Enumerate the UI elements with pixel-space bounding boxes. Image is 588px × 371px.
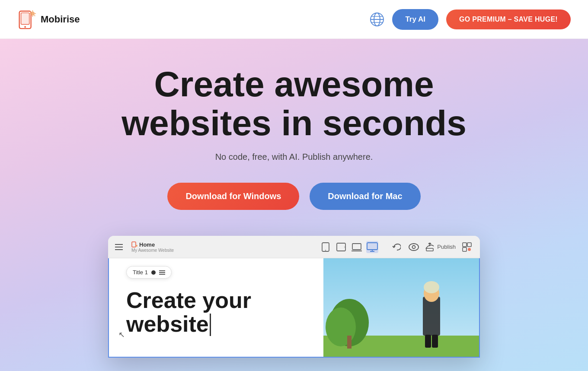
premium-button[interactable]: GO PREMIUM – SAVE HUGE! xyxy=(446,10,571,29)
svg-point-18 xyxy=(325,250,326,251)
try-ai-button[interactable]: Try AI xyxy=(392,9,438,30)
navbar-left: Mobirise xyxy=(17,9,80,30)
svg-point-26 xyxy=(409,244,419,251)
svg-rect-29 xyxy=(426,248,433,251)
device-desktop[interactable] xyxy=(366,241,378,253)
svg-point-27 xyxy=(412,245,415,248)
svg-point-2 xyxy=(24,26,26,28)
svg-rect-23 xyxy=(367,243,377,250)
svg-point-48 xyxy=(424,281,439,293)
publish-icon xyxy=(425,243,435,251)
publish-label: Publish xyxy=(437,244,456,250)
app-heading: Create your website xyxy=(126,289,306,336)
navbar-right: Try AI GO PREMIUM – SAVE HUGE! xyxy=(370,9,571,30)
hero-buttons: Download for Windows Download for Mac xyxy=(167,183,420,210)
tablet-icon xyxy=(336,243,346,251)
app-preview: Home My Awesome Website xyxy=(108,236,480,358)
svg-rect-46 xyxy=(423,297,440,336)
more-options-button[interactable] xyxy=(461,241,473,253)
svg-rect-45 xyxy=(347,336,352,349)
svg-rect-19 xyxy=(337,243,345,251)
download-windows-button[interactable]: Download for Windows xyxy=(167,183,299,210)
phone-icon xyxy=(322,242,329,252)
svg-point-33 xyxy=(468,248,471,251)
app-content: Title 1 ↖ Create your website xyxy=(108,258,480,358)
badge-dot xyxy=(151,270,156,275)
desktop-icon xyxy=(367,242,378,252)
app-content-right xyxy=(323,258,479,357)
hero-image xyxy=(323,258,479,357)
cursor-pointer: ↖ xyxy=(118,330,125,339)
device-phone[interactable] xyxy=(320,241,332,253)
svg-rect-15 xyxy=(132,242,136,247)
svg-point-20 xyxy=(345,247,345,247)
device-tablet[interactable] xyxy=(335,241,347,253)
svg-rect-21 xyxy=(352,244,361,250)
svg-rect-31 xyxy=(467,243,471,247)
background-illustration xyxy=(323,258,479,357)
options-icon xyxy=(462,242,472,252)
svg-rect-1 xyxy=(21,13,29,24)
title-badge[interactable]: Title 1 xyxy=(126,266,172,279)
toolbar-actions: Publish xyxy=(390,241,473,253)
app-toolbar: Home My Awesome Website xyxy=(108,236,480,258)
svg-rect-32 xyxy=(463,247,467,251)
text-cursor xyxy=(210,314,211,336)
hero-section: Create awesome websites in seconds No co… xyxy=(0,39,588,371)
svg-rect-30 xyxy=(463,243,467,247)
page-subtitle: My Awesome Website xyxy=(131,248,174,253)
page-title: Home xyxy=(131,241,174,248)
eye-icon xyxy=(409,243,419,251)
lines-icon xyxy=(159,270,165,275)
download-mac-button[interactable]: Download for Mac xyxy=(310,183,420,210)
publish-button[interactable]: Publish xyxy=(425,243,456,251)
logo-icon xyxy=(17,9,36,30)
preview-button[interactable] xyxy=(408,241,420,253)
laptop-icon xyxy=(352,243,362,251)
app-content-left: Title 1 ↖ Create your website xyxy=(109,258,323,357)
undo-icon xyxy=(392,243,401,251)
device-laptop[interactable] xyxy=(351,241,363,253)
globe-icon xyxy=(370,12,384,27)
svg-point-16 xyxy=(136,245,137,247)
navbar: Mobirise Try AI GO PREMIUM – SAVE HUGE! xyxy=(0,0,588,39)
title-badge-label: Title 1 xyxy=(133,269,148,276)
page-icon xyxy=(131,241,137,247)
language-button[interactable] xyxy=(370,12,384,27)
hamburger-menu[interactable] xyxy=(115,244,123,250)
hero-subtitle: No code, free, with AI. Publish anywhere… xyxy=(215,152,373,162)
svg-point-3 xyxy=(31,11,35,16)
brand-name: Mobirise xyxy=(41,14,80,25)
undo-button[interactable] xyxy=(390,241,403,253)
svg-rect-49 xyxy=(425,335,431,348)
device-switcher xyxy=(320,241,378,253)
page-info: Home My Awesome Website xyxy=(131,241,174,253)
hero-title: Create awesome websites in seconds xyxy=(82,65,506,143)
svg-rect-50 xyxy=(432,335,438,348)
svg-line-9 xyxy=(34,15,35,16)
